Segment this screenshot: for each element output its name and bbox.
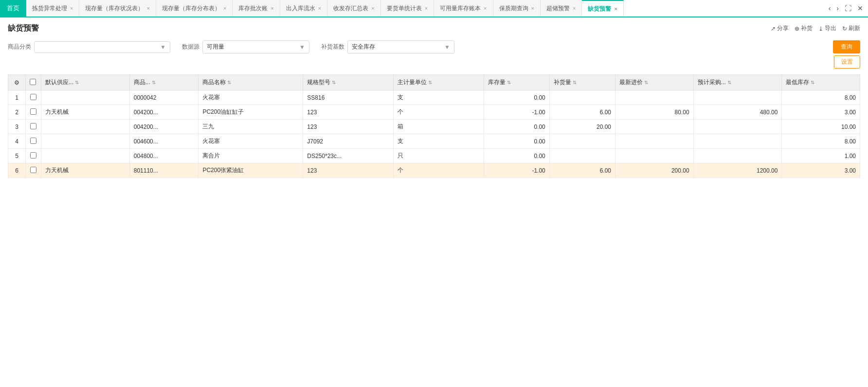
replenish-value: 安全库存 bbox=[352, 43, 375, 51]
row-unit: 箱 bbox=[393, 120, 484, 134]
th-gear[interactable]: ⚙ bbox=[8, 75, 26, 90]
th-stock-label: 库存量 bbox=[488, 78, 506, 87]
page-header: 缺货预警 ↗ 分享 ⊕ 补货 ⤓ 导出 ↻ 刷新 bbox=[8, 23, 860, 34]
th-checkbox[interactable] bbox=[26, 75, 41, 90]
tab-available-ledger[interactable]: 可用量库存账本 × bbox=[434, 0, 493, 17]
tab-demand-stat-label: 要货单统计表 bbox=[387, 4, 422, 13]
close-icon[interactable]: × bbox=[271, 5, 273, 11]
row-min-stock: 8.00 bbox=[782, 134, 860, 149]
replenish-filter: 补货基数 安全库存 ▼ bbox=[321, 40, 454, 53]
th-product-name[interactable]: 商品名称 ⇅ bbox=[199, 75, 303, 90]
th-min-stock[interactable]: 最低库存 ⇅ bbox=[782, 75, 860, 90]
close-icon[interactable]: × bbox=[371, 5, 374, 11]
close-icon[interactable]: × bbox=[223, 5, 226, 11]
row-checkbox-cell[interactable] bbox=[26, 149, 41, 163]
row-latest-price bbox=[615, 134, 694, 149]
close-icon[interactable]: × bbox=[318, 5, 321, 11]
tab-overstock[interactable]: 超储预警 × bbox=[541, 0, 582, 17]
row-checkbox[interactable] bbox=[30, 108, 36, 115]
th-product-code[interactable]: 商品... ⇅ bbox=[129, 75, 199, 90]
row-checkbox[interactable] bbox=[30, 167, 36, 173]
th-spec[interactable]: 规格型号 ⇅ bbox=[303, 75, 393, 90]
close-icon[interactable]: × bbox=[146, 5, 149, 11]
tab-shortage[interactable]: 缺货预警 × bbox=[582, 0, 623, 17]
row-checkbox[interactable] bbox=[30, 152, 36, 158]
row-supplier bbox=[41, 134, 130, 149]
th-replenish-qty[interactable]: 补货量 ⇅ bbox=[549, 75, 615, 90]
close-icon[interactable]: × bbox=[425, 5, 428, 11]
th-latest-price[interactable]: 最新进价 ⇅ bbox=[615, 75, 694, 90]
tab-maximize-icon[interactable]: ⛶ bbox=[842, 3, 854, 13]
sort-icon: ⇅ bbox=[75, 80, 79, 85]
datasource-filter: 数据源 可用量 ▼ bbox=[182, 40, 309, 53]
table-row: 6 力天机械 801110... PC200张紧油缸 123 个 -1.00 6… bbox=[8, 163, 860, 178]
row-unit: 支 bbox=[393, 134, 484, 149]
datasource-select[interactable]: 可用量 ▼ bbox=[202, 40, 309, 53]
row-checkbox-cell[interactable] bbox=[26, 120, 41, 134]
page-content: 缺货预警 ↗ 分享 ⊕ 补货 ⤓ 导出 ↻ 刷新 商品分类 bbox=[0, 18, 868, 387]
tab-expiry-query[interactable]: 保质期查询 × bbox=[493, 0, 541, 17]
row-product-name: 火花塞 bbox=[199, 134, 303, 149]
row-est-purchase bbox=[693, 134, 782, 149]
row-est-purchase bbox=[693, 120, 782, 134]
row-latest-price bbox=[615, 149, 694, 163]
row-est-purchase: 480.00 bbox=[693, 105, 782, 120]
th-spec-label: 规格型号 bbox=[307, 78, 330, 87]
refresh-label: 刷新 bbox=[849, 24, 860, 33]
th-supplier[interactable]: 默认供应... ⇅ bbox=[41, 75, 130, 90]
row-min-stock: 10.00 bbox=[782, 120, 860, 134]
refresh-action[interactable]: ↻ 刷新 bbox=[842, 24, 860, 33]
row-checkbox-cell[interactable] bbox=[26, 163, 41, 178]
close-icon[interactable]: × bbox=[531, 5, 534, 11]
tab-inventory-dist[interactable]: 现存量（库存分布表） × bbox=[156, 0, 233, 17]
row-checkbox-cell[interactable] bbox=[26, 134, 41, 149]
replenish-label: 补货 bbox=[801, 24, 813, 33]
tab-home[interactable]: 首页 bbox=[0, 0, 26, 17]
th-est-purchase-label: 预计采购... bbox=[698, 78, 726, 87]
close-icon[interactable]: × bbox=[614, 6, 617, 12]
row-checkbox[interactable] bbox=[30, 94, 36, 100]
tab-collect-send[interactable]: 收发存汇总表 × bbox=[327, 0, 380, 17]
row-stock: -1.00 bbox=[484, 105, 549, 120]
close-icon[interactable]: × bbox=[573, 5, 576, 11]
th-unit[interactable]: 主计量单位 ⇅ bbox=[393, 75, 484, 90]
export-icon: ⤓ bbox=[818, 25, 823, 32]
tab-overstock-label: 超储预警 bbox=[546, 4, 570, 13]
datasource-label: 数据源 bbox=[182, 43, 199, 51]
row-product-name: 三九 bbox=[199, 120, 303, 134]
th-est-purchase[interactable]: 预计采购... ⇅ bbox=[693, 75, 782, 90]
row-checkbox[interactable] bbox=[30, 138, 36, 144]
tab-demand-stat[interactable]: 要货单统计表 × bbox=[381, 0, 434, 17]
row-product-code: 004800... bbox=[129, 149, 199, 163]
th-min-stock-label: 最低库存 bbox=[786, 78, 809, 87]
export-action[interactable]: ⤓ 导出 bbox=[818, 24, 836, 33]
query-button[interactable]: 查询 bbox=[833, 40, 860, 53]
row-checkbox-cell[interactable] bbox=[26, 105, 41, 120]
replenish-action[interactable]: ⊕ 补货 bbox=[795, 24, 813, 33]
tab-batch-account[interactable]: 库存批次账 × bbox=[233, 0, 280, 17]
row-product-name: 离合片 bbox=[199, 149, 303, 163]
tab-exception[interactable]: 拣货异常处理 × bbox=[26, 0, 79, 17]
tab-inout-flow[interactable]: 出入库流水 × bbox=[280, 0, 327, 17]
th-stock[interactable]: 库存量 ⇅ bbox=[484, 75, 549, 90]
row-product-code: 004200... bbox=[129, 120, 199, 134]
tab-inventory-status[interactable]: 现存量（库存状况表） × bbox=[79, 0, 156, 17]
settings-button[interactable]: 设置 bbox=[834, 55, 860, 69]
tab-close-all-icon[interactable]: ✕ bbox=[854, 3, 866, 13]
select-all-checkbox[interactable] bbox=[30, 79, 36, 85]
row-spec: 123 bbox=[303, 163, 393, 178]
tab-next-icon[interactable]: › bbox=[833, 3, 842, 13]
category-select[interactable]: ▼ bbox=[34, 41, 170, 53]
row-no: 5 bbox=[8, 149, 26, 163]
row-checkbox[interactable] bbox=[30, 123, 36, 129]
row-supplier bbox=[41, 120, 130, 134]
sort-icon: ⇅ bbox=[727, 80, 731, 85]
share-action[interactable]: ↗ 分享 bbox=[771, 24, 789, 33]
row-checkbox-cell[interactable] bbox=[26, 90, 41, 105]
close-icon[interactable]: × bbox=[70, 5, 73, 11]
row-no: 4 bbox=[8, 134, 26, 149]
replenish-select[interactable]: 安全库存 ▼ bbox=[347, 40, 454, 53]
tab-prev-icon[interactable]: ‹ bbox=[826, 3, 834, 13]
row-stock: 0.00 bbox=[484, 134, 549, 149]
close-icon[interactable]: × bbox=[484, 5, 487, 11]
